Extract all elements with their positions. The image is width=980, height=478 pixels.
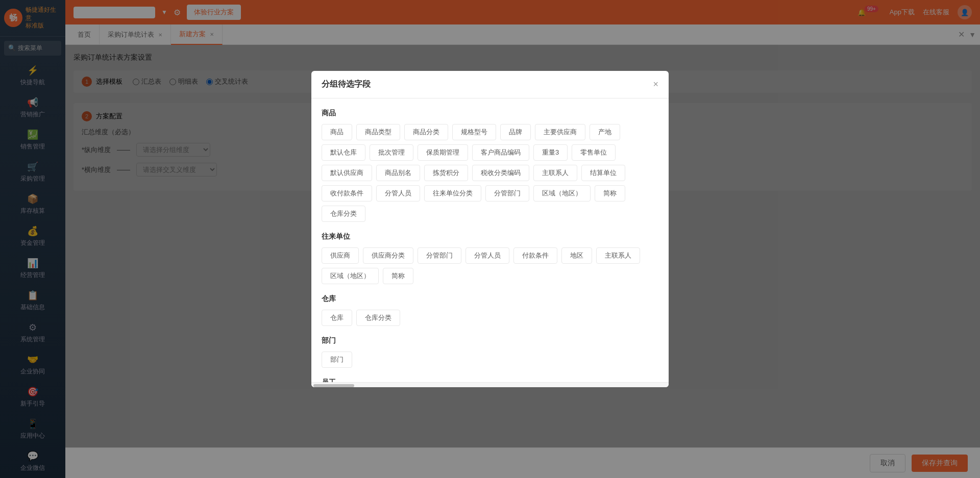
field-group-title-员工: 员工: [322, 378, 658, 383]
field-group-title-仓库: 仓库: [322, 294, 658, 304]
field-tag-品牌[interactable]: 品牌: [500, 124, 531, 140]
scrollbar-thumb: [313, 384, 354, 387]
field-tag-客户商品编码[interactable]: 客户商品编码: [472, 144, 529, 161]
field-tag-主联系人[interactable]: 主联系人: [596, 247, 640, 264]
field-group-title-往来单位: 往来单位: [322, 232, 658, 241]
field-tag-默认仓库[interactable]: 默认仓库: [322, 144, 365, 161]
field-tag-收付款条件[interactable]: 收付款条件: [322, 185, 372, 202]
field-tag-重量3[interactable]: 重量3: [533, 144, 568, 161]
field-group-title-商品: 商品: [322, 109, 658, 118]
field-tag-区域（地区）[interactable]: 区域（地区）: [533, 185, 591, 202]
field-tag-商品分类[interactable]: 商品分类: [404, 124, 448, 140]
field-tag-分管部门[interactable]: 分管部门: [485, 185, 529, 202]
field-tags-仓库: 仓库仓库分类: [322, 310, 658, 326]
field-group-title-部门: 部门: [322, 336, 658, 345]
field-tag-默认供应商[interactable]: 默认供应商: [322, 165, 372, 181]
field-tags-商品: 商品商品类型商品分类规格型号品牌主要供应商产地默认仓库批次管理保质期管理客户商品…: [322, 124, 658, 222]
field-tag-仓库[interactable]: 仓库: [322, 310, 352, 326]
field-tags-部门: 部门: [322, 351, 658, 368]
field-group-商品: 商品商品商品类型商品分类规格型号品牌主要供应商产地默认仓库批次管理保质期管理客户…: [322, 109, 658, 222]
field-tag-商品类型[interactable]: 商品类型: [356, 124, 400, 140]
modal-body: 商品商品商品类型商品分类规格型号品牌主要供应商产地默认仓库批次管理保质期管理客户…: [311, 98, 669, 383]
field-group-仓库: 仓库仓库仓库分类: [322, 294, 658, 326]
field-tag-商品别名[interactable]: 商品别名: [376, 165, 420, 181]
field-tag-保质期管理[interactable]: 保质期管理: [418, 144, 468, 161]
field-tag-区域（地区）[interactable]: 区域（地区）: [322, 268, 379, 284]
field-tag-规格型号[interactable]: 规格型号: [452, 124, 496, 140]
field-select-modal: 分组待选字段 × 商品商品商品类型商品分类规格型号品牌主要供应商产地默认仓库批次…: [311, 71, 669, 387]
field-group-部门: 部门部门: [322, 336, 658, 368]
field-tag-主要供应商[interactable]: 主要供应商: [535, 124, 585, 140]
field-tag-分管人员[interactable]: 分管人员: [465, 247, 509, 264]
field-tag-批次管理[interactable]: 批次管理: [370, 144, 413, 161]
field-group-员工: 员工业务员: [322, 378, 658, 383]
field-tag-拣货积分[interactable]: 拣货积分: [424, 165, 468, 181]
field-tag-仓库分类[interactable]: 仓库分类: [356, 310, 400, 326]
field-tag-供应商[interactable]: 供应商: [322, 247, 359, 264]
modal-header: 分组待选字段 ×: [311, 71, 669, 98]
modal-overlay: 分组待选字段 × 商品商品商品类型商品分类规格型号品牌主要供应商产地默认仓库批次…: [0, 0, 980, 478]
field-tag-地区[interactable]: 地区: [561, 247, 592, 264]
field-tag-仓库分类[interactable]: 仓库分类: [322, 206, 365, 222]
field-tag-供应商分类[interactable]: 供应商分类: [363, 247, 413, 264]
field-tag-付款条件[interactable]: 付款条件: [513, 247, 557, 264]
modal-title: 分组待选字段: [322, 79, 371, 90]
field-tag-商品[interactable]: 商品: [322, 124, 352, 140]
field-tag-产地[interactable]: 产地: [590, 124, 620, 140]
field-tags-往来单位: 供应商供应商分类分管部门分管人员付款条件地区主联系人区域（地区）简称: [322, 247, 658, 284]
field-group-往来单位: 往来单位供应商供应商分类分管部门分管人员付款条件地区主联系人区域（地区）简称: [322, 232, 658, 284]
field-tag-分管部门[interactable]: 分管部门: [418, 247, 461, 264]
field-tag-税收分类编码[interactable]: 税收分类编码: [472, 165, 529, 181]
field-tag-简称[interactable]: 简称: [595, 185, 625, 202]
field-tag-分管人员[interactable]: 分管人员: [376, 185, 420, 202]
field-tag-往来单位分类[interactable]: 往来单位分类: [424, 185, 481, 202]
field-tag-部门[interactable]: 部门: [322, 351, 352, 368]
modal-horizontal-scrollbar[interactable]: [311, 382, 669, 387]
field-tag-零售单位[interactable]: 零售单位: [572, 144, 616, 161]
modal-close-button[interactable]: ×: [653, 79, 658, 90]
field-tag-简称[interactable]: 简称: [383, 268, 413, 284]
field-tag-结算单位[interactable]: 结算单位: [581, 165, 625, 181]
field-tag-主联系人[interactable]: 主联系人: [533, 165, 577, 181]
